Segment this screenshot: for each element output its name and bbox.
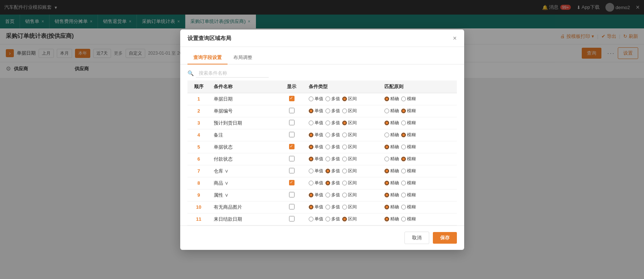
match-radio-精确-4[interactable]: 精确 — [384, 144, 399, 150]
checkbox-3[interactable] — [289, 132, 295, 137]
match-radio-input-模糊-8[interactable] — [401, 193, 406, 197]
match-radio-input-模糊-0[interactable] — [401, 97, 406, 101]
checkbox-5[interactable] — [289, 156, 295, 161]
type-radio-input-多值-0[interactable] — [325, 97, 330, 101]
match-radio-input-精确-4[interactable] — [384, 145, 389, 149]
match-radio-模糊-6[interactable]: 模糊 — [401, 168, 416, 174]
checkbox-9[interactable] — [289, 204, 295, 209]
type-radio-input-多值-8[interactable] — [325, 193, 330, 197]
modal-close-btn[interactable]: × — [453, 35, 457, 47]
match-radio-input-模糊-1[interactable] — [401, 109, 406, 113]
row-display-0[interactable] — [278, 93, 305, 105]
type-radio-区间-9[interactable]: 区间 — [342, 204, 357, 210]
type-radio-区间-7[interactable]: 区间 — [342, 180, 357, 186]
type-radio-input-区间-5[interactable] — [342, 157, 347, 161]
type-radio-多值-10[interactable]: 多值 — [325, 216, 340, 222]
row-display-3[interactable] — [278, 129, 305, 141]
match-radio-模糊-9[interactable]: 模糊 — [401, 204, 416, 210]
type-radio-input-区间-8[interactable] — [342, 193, 347, 197]
match-radio-模糊-2[interactable]: 模糊 — [401, 120, 416, 126]
type-radio-多值-3[interactable]: 多值 — [325, 132, 340, 138]
match-radio-精确-1[interactable]: 精确 — [384, 108, 399, 114]
match-radio-input-模糊-9[interactable] — [401, 205, 406, 209]
row-display-5[interactable] — [278, 153, 305, 165]
type-radio-单值-7[interactable]: 单值 — [309, 180, 323, 186]
tab-query-fields[interactable]: 查询字段设置 — [187, 51, 228, 64]
type-radio-区间-5[interactable]: 区间 — [342, 156, 357, 162]
match-radio-input-精确-9[interactable] — [384, 205, 389, 209]
type-radio-input-单值-4[interactable] — [309, 145, 313, 149]
type-radio-input-多值-3[interactable] — [325, 133, 330, 137]
type-radio-单值-2[interactable]: 单值 — [309, 120, 323, 126]
type-radio-input-单值-6[interactable] — [309, 169, 313, 173]
type-radio-区间-4[interactable]: 区间 — [342, 144, 357, 150]
type-radio-input-多值-1[interactable] — [325, 109, 330, 113]
type-radio-单值-3[interactable]: 单值 — [309, 132, 323, 138]
match-radio-input-精确-7[interactable] — [384, 181, 389, 185]
match-radio-input-精确-1[interactable] — [384, 109, 389, 113]
type-radio-input-多值-4[interactable] — [325, 145, 330, 149]
search-input[interactable] — [196, 69, 269, 78]
match-radio-模糊-8[interactable]: 模糊 — [401, 192, 416, 198]
type-radio-单值-10[interactable]: 单值 — [309, 216, 323, 222]
match-radio-模糊-7[interactable]: 模糊 — [401, 180, 416, 186]
match-radio-精确-8[interactable]: 精确 — [384, 192, 399, 198]
match-radio-精确-10[interactable]: 精确 — [384, 216, 399, 222]
type-radio-input-单值-9[interactable] — [309, 205, 313, 209]
row-display-6[interactable] — [278, 165, 305, 177]
type-radio-多值-2[interactable]: 多值 — [325, 120, 340, 126]
match-radio-input-模糊-10[interactable] — [401, 217, 406, 221]
match-radio-input-精确-3[interactable] — [384, 133, 389, 137]
match-radio-input-精确-5[interactable] — [384, 157, 389, 161]
type-radio-区间-2[interactable]: 区间 — [342, 120, 357, 126]
type-radio-input-多值-2[interactable] — [325, 121, 330, 125]
type-radio-多值-4[interactable]: 多值 — [325, 144, 340, 150]
type-radio-input-区间-4[interactable] — [342, 145, 347, 149]
checkbox-10[interactable] — [289, 216, 295, 221]
match-radio-input-模糊-3[interactable] — [401, 133, 406, 137]
match-radio-精确-5[interactable]: 精确 — [384, 156, 399, 162]
match-radio-input-精确-10[interactable] — [384, 217, 389, 221]
checkbox-checked-0[interactable] — [289, 96, 295, 101]
type-radio-多值-0[interactable]: 多值 — [325, 96, 340, 102]
type-radio-多值-8[interactable]: 多值 — [325, 192, 340, 198]
type-radio-input-区间-1[interactable] — [342, 109, 347, 113]
save-btn[interactable]: 保存 — [433, 232, 457, 244]
type-radio-input-多值-7[interactable] — [325, 181, 330, 185]
match-radio-input-模糊-4[interactable] — [401, 145, 406, 149]
tab-layout[interactable]: 布局调整 — [228, 51, 258, 64]
type-radio-区间-0[interactable]: 区间 — [342, 96, 357, 102]
match-radio-精确-3[interactable]: 精确 — [384, 132, 399, 138]
type-radio-多值-7[interactable]: 多值 — [325, 180, 340, 186]
match-radio-精确-6[interactable]: 精确 — [384, 168, 399, 174]
row-display-10[interactable] — [278, 213, 305, 225]
match-radio-input-模糊-6[interactable] — [401, 169, 406, 173]
type-radio-单值-1[interactable]: 单值 — [309, 108, 323, 114]
type-radio-多值-5[interactable]: 多值 — [325, 156, 340, 162]
cancel-btn[interactable]: 取消 — [404, 232, 429, 244]
type-radio-input-区间-10[interactable] — [342, 217, 347, 221]
match-radio-精确-2[interactable]: 精确 — [384, 120, 399, 126]
match-radio-模糊-0[interactable]: 模糊 — [401, 96, 416, 102]
row-display-4[interactable] — [278, 141, 305, 153]
type-radio-input-多值-9[interactable] — [325, 205, 330, 209]
type-radio-input-单值-0[interactable] — [309, 97, 313, 101]
match-radio-模糊-1[interactable]: 模糊 — [401, 108, 416, 114]
match-radio-模糊-3[interactable]: 模糊 — [401, 132, 416, 138]
type-radio-input-单值-7[interactable] — [309, 181, 313, 185]
match-radio-精确-0[interactable]: 精确 — [384, 96, 399, 102]
type-radio-单值-5[interactable]: 单值 — [309, 156, 323, 162]
type-radio-单值-4[interactable]: 单值 — [309, 144, 323, 150]
type-radio-input-单值-8[interactable] — [309, 193, 313, 197]
type-radio-input-区间-3[interactable] — [342, 133, 347, 137]
type-radio-区间-1[interactable]: 区间 — [342, 108, 357, 114]
row-display-7[interactable] — [278, 177, 305, 189]
type-radio-input-单值-3[interactable] — [309, 133, 313, 137]
type-radio-单值-9[interactable]: 单值 — [309, 204, 323, 210]
checkbox-8[interactable] — [289, 192, 295, 197]
checkbox-checked-7[interactable] — [289, 180, 295, 185]
type-radio-input-多值-6[interactable] — [325, 169, 330, 173]
match-radio-input-精确-6[interactable] — [384, 169, 389, 173]
match-radio-input-模糊-5[interactable] — [401, 157, 406, 161]
checkbox-6[interactable] — [289, 168, 295, 173]
